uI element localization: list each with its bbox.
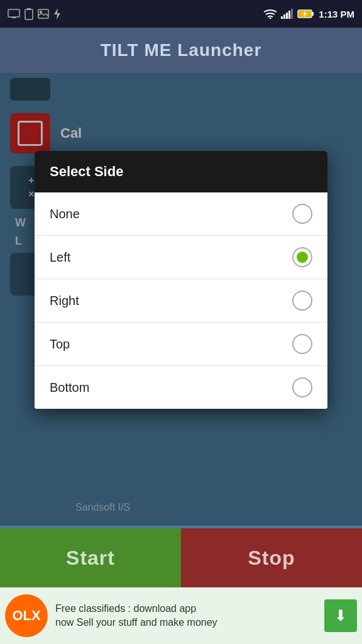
start-button-label: Start bbox=[66, 547, 115, 570]
status-bar: 1:13 PM bbox=[0, 0, 362, 28]
ad-download-button[interactable]: ⬇ bbox=[324, 599, 357, 632]
status-icons-right: 1:13 PM bbox=[263, 9, 354, 19]
title-bar: TILT ME Launcher bbox=[0, 28, 362, 73]
svg-rect-11 bbox=[288, 11, 290, 19]
radio-left-selected bbox=[297, 252, 308, 263]
option-bottom[interactable]: Bottom bbox=[35, 366, 327, 409]
dialog-title: Select Side bbox=[35, 151, 327, 192]
option-none-label: None bbox=[50, 207, 80, 221]
ad-logo: OLX bbox=[5, 594, 48, 637]
svg-marker-6 bbox=[54, 8, 60, 19]
option-left-label: Left bbox=[50, 250, 70, 265]
wifi-icon bbox=[263, 9, 277, 19]
ad-logo-text: OLX bbox=[12, 608, 40, 624]
stop-button-label: Stop bbox=[248, 547, 295, 570]
option-right-label: Right bbox=[50, 294, 79, 308]
radio-none[interactable] bbox=[292, 204, 312, 224]
svg-rect-14 bbox=[312, 12, 314, 16]
radio-left[interactable] bbox=[292, 247, 312, 267]
lightning-icon bbox=[53, 8, 62, 20]
svg-rect-1 bbox=[12, 17, 16, 18]
signal-icon bbox=[281, 9, 293, 19]
download-arrow-icon: ⬇ bbox=[334, 607, 347, 625]
svg-rect-8 bbox=[281, 16, 283, 19]
status-icons-left bbox=[8, 8, 62, 20]
ad-banner: OLX Free classifieds : download appnow S… bbox=[0, 587, 362, 644]
svg-point-7 bbox=[270, 18, 272, 19]
app-title: TILT ME Launcher bbox=[101, 40, 262, 60]
dialog-options-list: None Left Right Top Bottom bbox=[35, 192, 327, 409]
stop-button[interactable]: Stop bbox=[181, 528, 362, 587]
select-side-dialog: Select Side None Left Right Top Bottom bbox=[35, 151, 327, 409]
svg-rect-4 bbox=[38, 9, 48, 18]
clipboard-icon bbox=[24, 8, 34, 20]
start-button[interactable]: Start bbox=[0, 528, 181, 587]
svg-rect-9 bbox=[283, 14, 285, 19]
svg-rect-10 bbox=[286, 13, 288, 19]
option-top[interactable]: Top bbox=[35, 323, 327, 366]
radio-top[interactable] bbox=[292, 334, 312, 354]
bottom-buttons: Start Stop bbox=[0, 528, 362, 587]
battery-icon bbox=[297, 9, 315, 19]
option-bottom-label: Bottom bbox=[50, 380, 89, 395]
ad-text: Free classifieds : download appnow Sell … bbox=[55, 602, 317, 630]
svg-rect-2 bbox=[25, 9, 33, 19]
radio-bottom[interactable] bbox=[292, 377, 312, 397]
option-top-label: Top bbox=[50, 337, 70, 352]
option-none[interactable]: None bbox=[35, 192, 327, 236]
screen-icon bbox=[8, 9, 20, 19]
time-display: 1:13 PM bbox=[319, 9, 354, 19]
svg-rect-3 bbox=[27, 8, 31, 10]
svg-rect-0 bbox=[8, 9, 19, 17]
option-right[interactable]: Right bbox=[35, 279, 327, 323]
svg-rect-12 bbox=[291, 9, 293, 19]
radio-right[interactable] bbox=[292, 291, 312, 311]
image-icon bbox=[38, 9, 49, 19]
option-left[interactable]: Left bbox=[35, 236, 327, 279]
